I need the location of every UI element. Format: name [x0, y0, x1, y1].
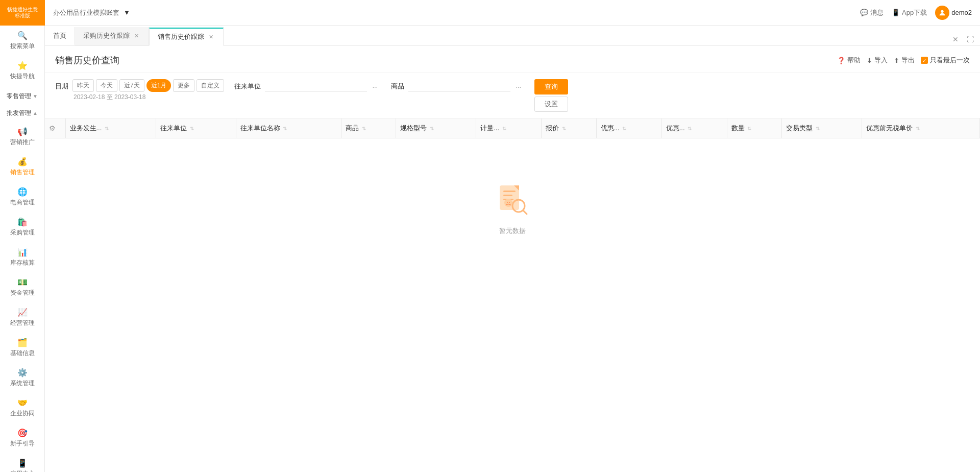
- fullscreen-button[interactable]: ⛶: [965, 33, 976, 45]
- sort-icon-quote[interactable]: ⇅: [562, 126, 566, 131]
- th-trade-type-label: 交易类型: [786, 124, 813, 132]
- sort-icon-unit[interactable]: ⇅: [502, 126, 506, 131]
- download-icon: 📱: [892, 9, 900, 16]
- data-table: ⚙ 业务发生... ⇅ 往来单位 ⇅ 往来单位名称: [45, 119, 980, 138]
- sidebar-item-label: 资金管理: [10, 289, 35, 297]
- empty-illustration: [492, 179, 533, 220]
- date-btn-custom[interactable]: 自定义: [197, 79, 224, 92]
- th-quote-label: 报价: [546, 124, 559, 132]
- page-content: 销售历史价查询 ❓ 帮助 ⬇ 导入 ⬆ 导出 ✓: [45, 46, 980, 472]
- sidebar-item-ecommerce[interactable]: 🌐 电商管理: [0, 182, 45, 212]
- sort-icon-spec[interactable]: ⇅: [430, 126, 434, 131]
- sort-icon-discount2[interactable]: ⇅: [688, 126, 692, 131]
- sidebar-item-marketing[interactable]: 📢 营销推广: [0, 122, 45, 152]
- product-picker-button[interactable]: ...: [512, 80, 524, 91]
- sort-icon-quantity[interactable]: ⇅: [747, 126, 751, 131]
- partner-picker-button[interactable]: ...: [369, 80, 381, 91]
- date-buttons: 昨天 今天 近7天 近1月 更多 自定义: [72, 79, 224, 92]
- svg-point-7: [504, 199, 512, 207]
- tab-sales[interactable]: 销售历史价跟踪 ✕: [149, 28, 224, 46]
- sidebar-item-operations[interactable]: 📈 经营管理: [0, 302, 45, 333]
- th-discount1-label: 优惠...: [601, 124, 620, 132]
- date-btn-today[interactable]: 今天: [96, 79, 117, 92]
- help-button[interactable]: ❓ 帮助: [837, 56, 861, 65]
- page: 销售历史价查询 ❓ 帮助 ⬇ 导入 ⬆ 导出 ✓: [45, 46, 980, 472]
- th-quantity-label: 数量: [731, 124, 745, 132]
- sidebar-item-finance[interactable]: 💵 资金管理: [0, 272, 45, 302]
- app-download-button[interactable]: 📱 App下载: [892, 8, 927, 17]
- svg-point-8: [507, 202, 508, 203]
- sidebar-item-system[interactable]: ⚙️ 系统管理: [0, 363, 45, 393]
- sidebar-item-label: 经营管理: [10, 319, 35, 327]
- export-button[interactable]: ⬆ 导出: [894, 56, 915, 65]
- sidebar-item-base[interactable]: 🗂️ 基础信息: [0, 333, 45, 363]
- sidebar-item-purchase[interactable]: 🛍️ 采购管理: [0, 212, 45, 242]
- app-edition: 标准版: [15, 13, 30, 19]
- sidebar-item-appstore[interactable]: 📱 应用中心: [0, 453, 45, 472]
- sidebar-item-wholesale[interactable]: 批发管理 ▲: [0, 105, 45, 122]
- sidebar-item-label: 采购管理: [10, 228, 35, 237]
- sidebar-item-search[interactable]: 🔍 搜索菜单: [0, 26, 45, 56]
- message-button[interactable]: 💬 消息: [860, 8, 884, 17]
- product-input[interactable]: [408, 79, 510, 91]
- sort-icon-product[interactable]: ⇅: [362, 126, 366, 131]
- user-avatar: [935, 6, 949, 20]
- th-settings: ⚙: [45, 119, 65, 138]
- svg-rect-2: [503, 191, 516, 192]
- sort-icon-price-no-tax[interactable]: ⇅: [916, 126, 920, 131]
- th-spec: 规格型号 ⇅: [396, 119, 476, 138]
- enterprise-icon: 🤝: [17, 398, 28, 408]
- user-profile[interactable]: demo2: [935, 6, 972, 20]
- only-last-checkbox-label[interactable]: ✓ 只看最后一次: [921, 56, 970, 65]
- th-spec-label: 规格型号: [400, 124, 427, 132]
- sidebar-item-label: 新手引导: [10, 439, 35, 448]
- setting-button[interactable]: 设置: [534, 97, 568, 112]
- date-btn-yesterday[interactable]: 昨天: [72, 79, 94, 92]
- sidebar-item-label: 基础信息: [10, 349, 35, 358]
- th-quantity: 数量 ⇅: [727, 119, 781, 138]
- purchase-icon: 🛍️: [17, 217, 28, 227]
- sort-icon-partner-code[interactable]: ⇅: [190, 126, 194, 131]
- date-btn-1month[interactable]: 近1月: [146, 79, 172, 92]
- sort-icon-discount1[interactable]: ⇅: [622, 126, 626, 131]
- topbar-left: 办公用品行业模拟账套 ▼: [53, 8, 130, 17]
- topbar-dropdown-icon[interactable]: ▼: [124, 9, 130, 16]
- table-container[interactable]: ⚙ 业务发生... ⇅ 往来单位 ⇅ 往来单位名称: [45, 119, 980, 472]
- close-tab-button[interactable]: ✕: [950, 33, 961, 45]
- topbar-right: 💬 消息 📱 App下载 demo2: [860, 6, 972, 20]
- only-last-checkbox[interactable]: ✓: [921, 57, 928, 64]
- partner-input[interactable]: [265, 79, 367, 91]
- sidebar-item-retail[interactable]: 零售管理 ▼: [0, 88, 45, 105]
- user-name: demo2: [951, 9, 972, 16]
- table-settings-icon[interactable]: ⚙: [49, 124, 56, 132]
- marketing-icon: 📢: [17, 127, 28, 136]
- ecommerce-icon: 🌐: [17, 187, 28, 197]
- tab-purchase[interactable]: 采购历史价跟踪 ✕: [75, 27, 149, 45]
- sidebar-item-sales[interactable]: 💰 销售管理: [0, 152, 45, 182]
- sort-icon-partner-name[interactable]: ⇅: [283, 126, 287, 131]
- sidebar-item-label: 营销推广: [10, 138, 35, 147]
- date-btn-7days[interactable]: 近7天: [119, 79, 144, 92]
- th-product-label: 商品: [346, 124, 359, 132]
- star-icon: ⭐: [17, 61, 28, 70]
- page-title: 销售历史价查询: [55, 54, 119, 66]
- th-discount2-label: 优惠...: [666, 124, 685, 132]
- import-button[interactable]: ⬇ 导入: [867, 56, 888, 65]
- query-button[interactable]: 查询: [534, 79, 568, 95]
- sidebar-item-guide[interactable]: 🎯 新手引导: [0, 423, 45, 453]
- th-discount1: 优惠... ⇅: [596, 119, 662, 138]
- sidebar-item-enterprise[interactable]: 🤝 企业协同: [0, 393, 45, 423]
- date-btn-more[interactable]: 更多: [173, 79, 194, 92]
- sort-icon-trade-type[interactable]: ⇅: [816, 126, 820, 131]
- page-header-actions: ❓ 帮助 ⬇ 导入 ⬆ 导出 ✓ 只看最后一次: [837, 56, 970, 65]
- sort-icon-date[interactable]: ⇅: [105, 126, 109, 131]
- table-header-row: ⚙ 业务发生... ⇅ 往来单位 ⇅ 往来单位名称: [45, 119, 980, 138]
- th-price-no-tax: 优惠前无税单价 ⇅: [862, 119, 980, 138]
- sidebar-item-inventory[interactable]: 📊 库存核算: [0, 242, 45, 272]
- tab-purchase-close[interactable]: ✕: [133, 32, 140, 40]
- tab-home[interactable]: 首页: [45, 27, 75, 45]
- app-logo: 畅捷通好生意 标准版: [0, 0, 45, 26]
- tab-sales-label: 销售历史价跟踪: [158, 32, 204, 41]
- tab-sales-close[interactable]: ✕: [207, 33, 215, 41]
- sidebar-item-quick[interactable]: ⭐ 快捷导航: [0, 56, 45, 86]
